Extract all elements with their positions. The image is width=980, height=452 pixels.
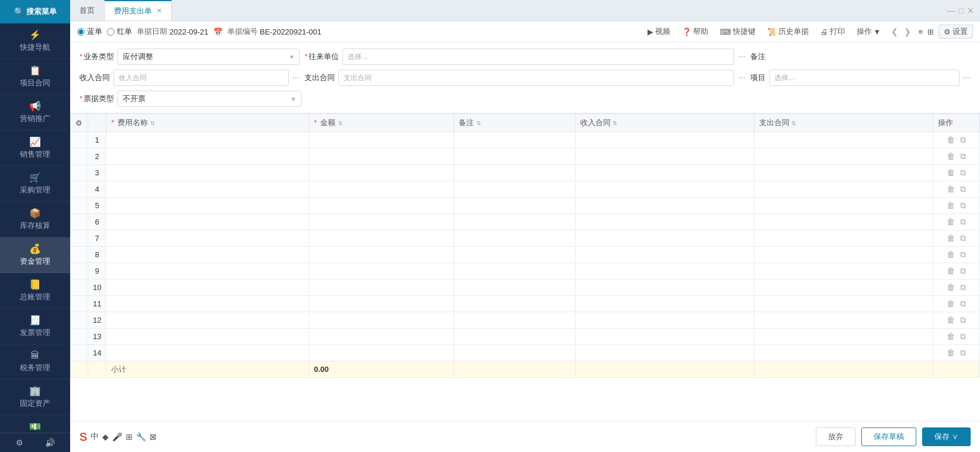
- income-contract-cell[interactable]: [575, 280, 754, 296]
- expense-contract-cell[interactable]: [754, 312, 933, 329]
- expense-name-cell[interactable]: [106, 165, 309, 181]
- window-maximize-icon[interactable]: □: [959, 6, 964, 15]
- tab-expense[interactable]: 费用支出单 ✕: [105, 0, 172, 20]
- nav-prev-button[interactable]: ❮: [889, 26, 901, 37]
- save-button[interactable]: 保存 ∨: [922, 427, 971, 446]
- copy-row-icon[interactable]: ⧉: [960, 266, 966, 275]
- note-cell[interactable]: [454, 247, 575, 263]
- expense-contract-cell[interactable]: [754, 132, 933, 149]
- grid-view-icon[interactable]: ⊞: [927, 27, 934, 36]
- expense-name-cell[interactable]: [106, 312, 309, 329]
- income-contract-cell[interactable]: [575, 165, 754, 181]
- expense-contract-cell[interactable]: [754, 149, 933, 165]
- delete-row-icon[interactable]: 🗑: [947, 201, 955, 210]
- note-cell[interactable]: [454, 329, 575, 345]
- th-gear[interactable]: ⚙: [71, 114, 88, 132]
- note-cell[interactable]: [454, 181, 575, 198]
- delete-row-icon[interactable]: 🗑: [947, 135, 955, 144]
- shortcut-button[interactable]: ⌨ 快捷键: [716, 25, 759, 38]
- expense-contract-cell[interactable]: [754, 247, 933, 263]
- amount-cell[interactable]: [309, 214, 454, 230]
- note-cell[interactable]: [454, 149, 575, 165]
- copy-row-icon[interactable]: ⧉: [960, 299, 966, 308]
- sidebar-item-sales[interactable]: 📈 销售管理: [0, 130, 70, 166]
- expense-name-cell[interactable]: [106, 198, 309, 214]
- th-expense-contract[interactable]: 支出合同 ⇅: [754, 114, 933, 132]
- th-amount[interactable]: * 金额 ⇅: [309, 114, 454, 132]
- expense-name-sort[interactable]: ⇅: [150, 120, 155, 126]
- income-contract-cell[interactable]: [575, 345, 754, 361]
- income-contract-cell[interactable]: [575, 312, 754, 329]
- amount-cell[interactable]: [309, 296, 454, 312]
- red-bill-radio[interactable]: 红单: [107, 26, 132, 37]
- income-contract-ellipsis[interactable]: ···: [292, 73, 300, 83]
- note-cell[interactable]: [454, 345, 575, 361]
- expense-name-cell[interactable]: [106, 296, 309, 312]
- zhong-icon[interactable]: 中: [91, 432, 99, 442]
- expense-name-cell[interactable]: [106, 329, 309, 345]
- tab-home[interactable]: 首页: [70, 0, 105, 20]
- sidebar-item-payroll[interactable]: 💵 工资: [0, 415, 70, 433]
- delete-row-icon[interactable]: 🗑: [947, 315, 955, 325]
- income-contract-cell[interactable]: [575, 329, 754, 345]
- expense-contract-cell[interactable]: [754, 296, 933, 312]
- income-contract-cell[interactable]: [575, 263, 754, 280]
- income-contract-input[interactable]: 收入合同: [113, 70, 289, 86]
- amount-cell[interactable]: [309, 230, 454, 247]
- blue-bill-radio[interactable]: 蓝单: [77, 26, 102, 37]
- note-cell[interactable]: [454, 165, 575, 181]
- operation-button[interactable]: 操作 ▼: [853, 25, 885, 38]
- red-bill-input[interactable]: [107, 28, 115, 36]
- income-contract-cell[interactable]: [575, 214, 754, 230]
- expense-name-cell[interactable]: [106, 149, 309, 165]
- note-cell[interactable]: [454, 296, 575, 312]
- tab-close-icon[interactable]: ✕: [157, 7, 162, 15]
- amount-cell[interactable]: [309, 247, 454, 263]
- income-contract-cell[interactable]: [575, 247, 754, 263]
- delete-row-icon[interactable]: 🗑: [947, 299, 955, 308]
- income-contract-sort[interactable]: ⇅: [612, 120, 617, 126]
- volume-footer-icon[interactable]: 🔊: [45, 438, 55, 447]
- income-contract-cell[interactable]: [575, 230, 754, 247]
- note-sort[interactable]: ⇅: [476, 120, 481, 126]
- tool-icon[interactable]: 🔧: [136, 432, 146, 441]
- sidebar-item-assets[interactable]: 🏢 固定资产: [0, 379, 70, 415]
- copy-row-icon[interactable]: ⧉: [960, 201, 966, 210]
- delete-row-icon[interactable]: 🗑: [947, 184, 955, 194]
- income-contract-cell[interactable]: [575, 198, 754, 214]
- expense-name-cell[interactable]: [106, 247, 309, 263]
- invoice-type-input[interactable]: 不开票 ▼: [117, 91, 302, 107]
- note-cell[interactable]: [454, 312, 575, 329]
- video-button[interactable]: ▶ 视频: [644, 25, 674, 38]
- diamond-icon[interactable]: ◆: [102, 432, 109, 441]
- expense-name-cell[interactable]: [106, 263, 309, 280]
- note-cell[interactable]: [454, 214, 575, 230]
- expense-contract-cell[interactable]: [754, 198, 933, 214]
- business-type-input[interactable]: 应付调整 ▼: [117, 49, 300, 65]
- note-cell[interactable]: [454, 132, 575, 149]
- delete-row-icon[interactable]: 🗑: [947, 332, 955, 341]
- delete-row-icon[interactable]: 🗑: [947, 250, 955, 259]
- amount-cell[interactable]: [309, 280, 454, 296]
- help-button[interactable]: ❓ 帮助: [678, 25, 712, 38]
- expense-contract-cell[interactable]: [754, 214, 933, 230]
- copy-row-icon[interactable]: ⧉: [960, 233, 966, 243]
- expense-contract-cell[interactable]: [754, 263, 933, 280]
- save-draft-button[interactable]: 保存草稿: [861, 427, 916, 446]
- copy-row-icon[interactable]: ⧉: [960, 282, 966, 292]
- income-contract-cell[interactable]: [575, 132, 754, 149]
- window-minimize-icon[interactable]: —: [947, 6, 955, 15]
- th-note[interactable]: 备注 ⇅: [454, 114, 575, 132]
- amount-cell[interactable]: [309, 149, 454, 165]
- expense-contract-cell[interactable]: [754, 345, 933, 361]
- copy-row-icon[interactable]: ⧉: [960, 135, 966, 144]
- amount-cell[interactable]: [309, 165, 454, 181]
- window-close-icon[interactable]: ✕: [967, 6, 974, 15]
- copy-row-icon[interactable]: ⧉: [960, 332, 966, 341]
- copy-row-icon[interactable]: ⧉: [960, 315, 966, 325]
- sidebar-item-marketing[interactable]: 📢 营销推广: [0, 95, 70, 130]
- expense-name-cell[interactable]: [106, 214, 309, 230]
- copy-row-icon[interactable]: ⧉: [960, 184, 966, 194]
- delete-row-icon[interactable]: 🗑: [947, 348, 955, 357]
- sidebar-item-invoice[interactable]: 🧾 发票管理: [0, 309, 70, 344]
